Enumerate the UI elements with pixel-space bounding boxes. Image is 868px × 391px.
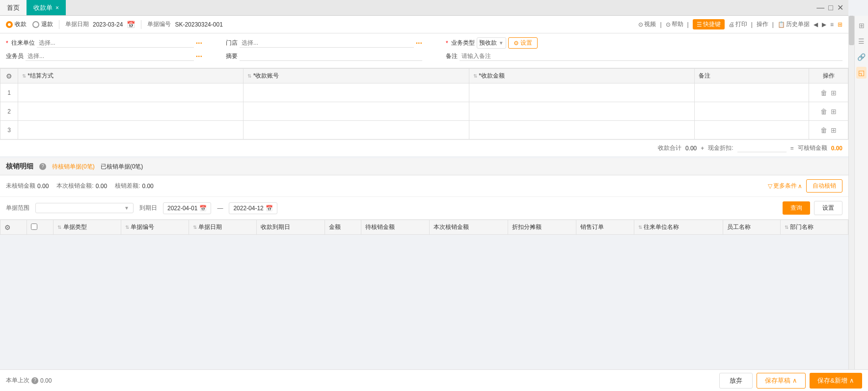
row2-remark[interactable] [695, 102, 809, 121]
date-calendar-icon[interactable]: 📅 [127, 21, 135, 28]
footer-info-icon[interactable]: ? [31, 377, 38, 384]
row1-account[interactable] [244, 84, 469, 102]
table-gear-icon[interactable]: ⚙ [6, 72, 12, 80]
sidebar-table-icon[interactable]: ⊞ [857, 20, 867, 31]
reconcile-info-icon[interactable]: ? [39, 163, 46, 170]
row1-amount[interactable] [469, 84, 694, 102]
history-label: 历史单据 [786, 20, 810, 28]
th-amount: ⇅ *收款金额 [469, 69, 694, 84]
row2-delete-icon[interactable]: 🗑 [820, 108, 827, 115]
sidebar-link-icon[interactable]: 🔗 [855, 51, 868, 63]
biztype-select[interactable]: 预收款 ▼ [477, 37, 506, 49]
bth-dept: ⇅ 部门名称 [781, 220, 848, 235]
save-btn[interactable]: 保存&新增 ∧ [810, 373, 862, 389]
row3-amount[interactable] [469, 121, 694, 140]
store-more-icon[interactable]: ··· [416, 39, 422, 48]
row2-settlement[interactable] [18, 102, 244, 121]
scrollbar[interactable] [848, 16, 854, 369]
row2-account[interactable] [244, 102, 469, 121]
row1-remark[interactable] [695, 84, 809, 102]
sidebar-list-icon[interactable]: ☰ [856, 35, 867, 47]
print-btn[interactable]: 🖨 打印 [729, 20, 747, 28]
history-label: 本单上次 [6, 376, 29, 385]
row3-remark[interactable] [695, 121, 809, 140]
summary-input[interactable] [240, 52, 422, 61]
radio-dot-filled [6, 21, 13, 28]
operate-btn[interactable]: 操作 [757, 20, 768, 28]
th-amount-label: *收款金额 [479, 72, 505, 79]
bottom-gear-icon[interactable]: ⚙ [4, 223, 11, 231]
panel-icon[interactable]: ⊞ [838, 21, 842, 28]
tab-home[interactable]: 首页 [0, 0, 27, 15]
help-btn[interactable]: ⊙ 帮助 [666, 20, 683, 28]
plus-sign: + [701, 145, 704, 152]
row1-copy-icon[interactable]: ⊞ [831, 89, 837, 97]
filter-icon: ▽ [768, 183, 772, 190]
salesman-more-icon[interactable]: ··· [196, 52, 202, 61]
row1-delete-icon[interactable]: 🗑 [820, 89, 827, 97]
th-gear[interactable]: ⚙ [0, 69, 18, 84]
more-conditions-btn[interactable]: ▽ 更多条件 ∧ [768, 182, 802, 190]
window-close-icon[interactable]: ✕ [837, 3, 843, 12]
row3-settlement[interactable] [18, 121, 244, 140]
current-label: 本次核销金额: [56, 182, 93, 190]
select-all-checkbox[interactable] [31, 223, 37, 230]
row3-delete-icon[interactable]: 🗑 [820, 126, 827, 134]
window-min-icon[interactable]: — [816, 3, 824, 12]
tab-close-icon[interactable]: × [55, 4, 59, 11]
discount-input[interactable] [737, 144, 787, 152]
cal-icon: 📅 [199, 205, 207, 212]
settings-label: 设置 [520, 39, 532, 47]
form-settings-btn[interactable]: ⚙ 设置 [508, 37, 538, 49]
bth-gear[interactable]: ⚙ [0, 220, 27, 235]
salesman-input[interactable] [26, 52, 194, 61]
row2-copy-icon[interactable]: ⊞ [831, 108, 837, 115]
row3-account[interactable] [244, 121, 469, 140]
partner-input[interactable] [37, 38, 194, 48]
scroll-thumb[interactable] [849, 16, 854, 45]
bottom-table-wrapper: ⚙ ⇅ 单据类型 ⇅ 单据编号 ⇅ 单据日期 收款到期日 [0, 220, 848, 235]
filter-row: 单据范围 ▼ 到期日 2022-04-01 📅 — 2022-04-12 📅 查… [0, 197, 848, 220]
bth-checkbox[interactable] [27, 220, 54, 235]
video-btn[interactable]: ⊙ 视频 [638, 20, 656, 28]
history-icon: 📋 [778, 21, 785, 28]
abandon-btn[interactable]: 放弃 [719, 373, 753, 389]
summary-col: 摘要 [226, 52, 422, 61]
total-value: 0.00 [685, 145, 697, 152]
toolbar: 收款 退款 单据日期 2023-03-24 📅 单据编号 SK-20230324… [0, 16, 848, 33]
auto-reconcile-btn[interactable]: 自动核销 [806, 179, 842, 193]
date-to-picker[interactable]: 2022-04-12 📅 [229, 202, 277, 214]
shortcut-icon: ☰ [697, 21, 702, 28]
radio-tuikuan[interactable]: 退款 [32, 20, 53, 28]
layout-icon[interactable]: ≡ [830, 21, 834, 28]
window-max-icon[interactable]: □ [828, 3, 833, 12]
date-from-picker[interactable]: 2022-04-01 📅 [163, 202, 211, 214]
filter-settings-btn[interactable]: 设置 [814, 201, 842, 215]
shortcut-btn[interactable]: ☰ 快捷键 [693, 19, 725, 29]
query-btn[interactable]: 查询 [783, 201, 810, 215]
bth-number: ⇅ 单据编号 [121, 220, 189, 235]
tab-shoukuan[interactable]: 收款单 × [27, 0, 66, 15]
draft-btn[interactable]: 保存草稿 ∧ [757, 373, 806, 389]
th-settlement: ⇅ *结算方式 [18, 69, 244, 84]
radio-shoukuan[interactable]: 收款 [6, 20, 27, 28]
sidebar-expand-icon[interactable]: ◱ [856, 67, 867, 79]
partner-more-icon[interactable]: ··· [196, 39, 202, 48]
history-btn[interactable]: 📋 历史单据 [778, 20, 810, 28]
shoukuan-tab-label: 收款单 [33, 3, 53, 12]
biztype-label: 业务类型 [451, 39, 475, 47]
pending-tab[interactable]: 待核销单据(0笔) [52, 163, 95, 171]
unreconciled-label: 未核销金额 [6, 182, 35, 190]
done-tab[interactable]: 已核销单据(0笔) [101, 163, 143, 171]
row3-copy-icon[interactable]: ⊞ [831, 126, 837, 134]
th-remark-label: 备注 [699, 72, 710, 79]
range-select[interactable]: ▼ [35, 203, 134, 213]
tab-bar: 首页 收款单 × — □ ✕ [0, 0, 848, 16]
row2-amount[interactable] [469, 102, 694, 121]
discount-label: 现金折扣: [708, 144, 733, 152]
store-input[interactable] [240, 38, 414, 48]
bth-discount: 折扣分摊额 [508, 220, 576, 235]
sort-type: ⇅ [57, 224, 61, 230]
row1-settlement[interactable] [18, 84, 244, 102]
remark-input[interactable] [460, 52, 842, 61]
